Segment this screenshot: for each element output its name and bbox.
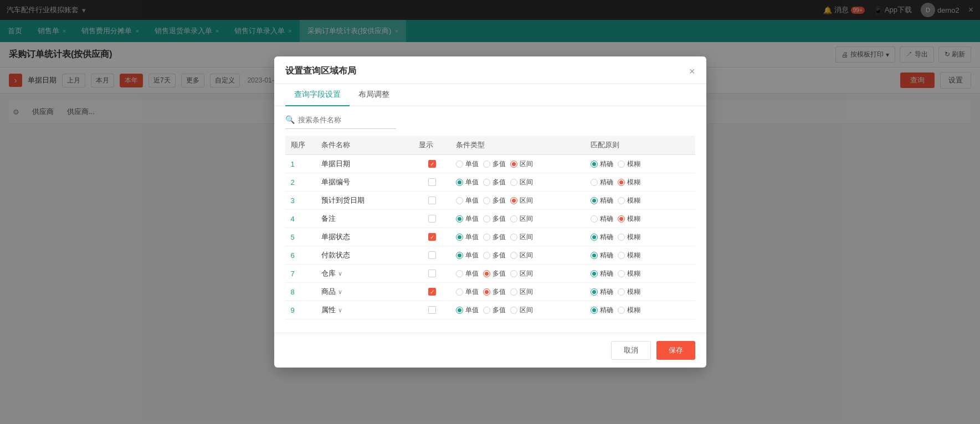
save-button[interactable]: 保存 xyxy=(656,341,695,360)
show-checkbox[interactable] xyxy=(428,197,436,204)
type-option[interactable]: 区间 xyxy=(510,214,533,224)
type-option[interactable]: 单值 xyxy=(456,287,479,297)
type-option[interactable]: 单值 xyxy=(456,324,479,324)
row-show xyxy=(413,301,450,319)
type-option[interactable]: 区间 xyxy=(510,269,533,278)
row-show xyxy=(413,246,450,265)
match-option[interactable]: 模糊 xyxy=(618,232,640,242)
condition-search-bar: 🔍 xyxy=(285,115,396,129)
row-order: 4 xyxy=(285,210,316,228)
row-name: 单据日期 xyxy=(316,155,414,173)
row-name: 备注 xyxy=(316,210,414,228)
type-option[interactable]: 单值 xyxy=(456,178,479,187)
row-name: 单据状态 xyxy=(316,228,414,246)
type-option[interactable]: 多值 xyxy=(483,251,506,260)
type-option[interactable]: 多值 xyxy=(483,214,506,224)
dialog-header: 设置查询区域布局 × xyxy=(274,56,706,84)
radio-circle xyxy=(591,215,598,223)
row-type: 单值多值区间 xyxy=(450,301,585,319)
type-option[interactable]: 单值 xyxy=(456,232,479,242)
row-match: 精确模糊 xyxy=(585,192,695,210)
type-option[interactable]: 区间 xyxy=(510,324,533,324)
match-option[interactable]: 精确 xyxy=(591,196,613,205)
tab-query-fields-label: 查询字段设置 xyxy=(294,90,341,99)
show-checkbox[interactable] xyxy=(428,251,436,259)
type-option[interactable]: 多值 xyxy=(483,159,506,169)
expand-arrow-icon[interactable]: ∨ xyxy=(338,288,342,296)
show-checkbox[interactable] xyxy=(428,288,436,296)
match-option[interactable]: 模糊 xyxy=(618,214,640,224)
table-row: 2单据编号单值多值区间精确模糊 xyxy=(285,173,695,192)
type-option[interactable]: 多值 xyxy=(483,306,506,315)
type-option[interactable]: 单值 xyxy=(456,214,479,224)
match-option[interactable]: 精确 xyxy=(591,287,613,297)
condition-search-input[interactable] xyxy=(298,116,387,124)
type-option[interactable]: 区间 xyxy=(510,178,533,187)
match-option[interactable]: 精确 xyxy=(591,251,613,260)
radio-circle xyxy=(483,161,490,168)
match-option[interactable]: 模糊 xyxy=(618,251,640,260)
type-option[interactable]: 多值 xyxy=(483,287,506,297)
row-type: 单值多值区间 xyxy=(450,192,585,210)
type-option[interactable]: 区间 xyxy=(510,287,533,297)
type-option[interactable]: 单值 xyxy=(456,159,479,169)
show-checkbox[interactable] xyxy=(428,233,436,241)
radio-label: 精确 xyxy=(600,214,613,224)
show-checkbox[interactable] xyxy=(428,215,436,223)
type-option[interactable]: 单值 xyxy=(456,306,479,315)
match-option[interactable]: 精确 xyxy=(591,214,613,224)
type-option[interactable]: 区间 xyxy=(510,306,533,315)
conditions-table: 顺序 条件名称 显示 条件类型 匹配原则 1单据日期单值多值区间精确模糊2单据编… xyxy=(285,136,695,324)
match-option[interactable]: 模糊 xyxy=(618,178,640,187)
radio-circle xyxy=(510,270,517,277)
radio-label: 模糊 xyxy=(627,196,640,205)
row-order: 8 xyxy=(285,283,316,301)
row-match: 精确模糊 xyxy=(585,246,695,265)
match-option[interactable]: 精确 xyxy=(591,269,613,278)
match-option[interactable]: 模糊 xyxy=(618,196,640,205)
type-option[interactable]: 多值 xyxy=(483,232,506,242)
type-option[interactable]: 多值 xyxy=(483,178,506,187)
cancel-button[interactable]: 取消 xyxy=(611,341,651,360)
radio-label: 区间 xyxy=(520,232,533,242)
type-option[interactable]: 区间 xyxy=(510,232,533,242)
dialog-tabs: 查询字段设置 布局调整 xyxy=(274,84,706,106)
match-option[interactable]: 模糊 xyxy=(618,269,640,278)
match-option[interactable]: 精确 xyxy=(591,159,613,169)
show-checkbox[interactable] xyxy=(428,178,436,186)
match-option[interactable]: 精确 xyxy=(591,232,613,242)
type-option[interactable]: 单值 xyxy=(456,269,479,278)
match-option[interactable]: 模糊 xyxy=(618,159,640,169)
type-option[interactable]: 多值 xyxy=(483,269,506,278)
tab-layout-adjust[interactable]: 布局调整 xyxy=(350,84,398,106)
match-option[interactable]: 精确 xyxy=(591,324,613,324)
type-option[interactable]: 单值 xyxy=(456,251,479,260)
th-order: 顺序 xyxy=(285,136,316,155)
type-option[interactable]: 单值 xyxy=(456,196,479,205)
table-row: 5单据状态单值多值区间精确模糊 xyxy=(285,228,695,246)
expand-arrow-icon[interactable]: ∨ xyxy=(338,307,342,314)
match-option[interactable]: 模糊 xyxy=(618,287,640,297)
match-option[interactable]: 精确 xyxy=(591,306,613,315)
dialog-close-button[interactable]: × xyxy=(689,66,695,76)
show-checkbox[interactable] xyxy=(428,270,436,277)
table-row: 6付款状态单值多值区间精确模糊 xyxy=(285,246,695,265)
match-option[interactable]: 模糊 xyxy=(618,306,640,315)
table-row: 8商品 ∨单值多值区间精确模糊 xyxy=(285,283,695,301)
match-option[interactable]: 精确 xyxy=(591,178,613,187)
match-option[interactable]: 模糊 xyxy=(618,324,640,324)
type-option[interactable]: 区间 xyxy=(510,159,533,169)
type-option[interactable]: 多值 xyxy=(483,196,506,205)
radio-circle xyxy=(483,197,490,204)
radio-label: 单值 xyxy=(465,178,479,187)
type-option[interactable]: 多值 xyxy=(483,324,506,324)
show-checkbox[interactable] xyxy=(428,160,436,168)
tab-query-fields[interactable]: 查询字段设置 xyxy=(285,84,350,106)
expand-arrow-icon[interactable]: ∨ xyxy=(338,270,342,277)
radio-label: 模糊 xyxy=(627,178,640,187)
radio-circle xyxy=(510,307,517,314)
radio-label: 模糊 xyxy=(627,287,640,297)
type-option[interactable]: 区间 xyxy=(510,196,533,205)
show-checkbox[interactable] xyxy=(428,306,436,314)
type-option[interactable]: 区间 xyxy=(510,251,533,260)
